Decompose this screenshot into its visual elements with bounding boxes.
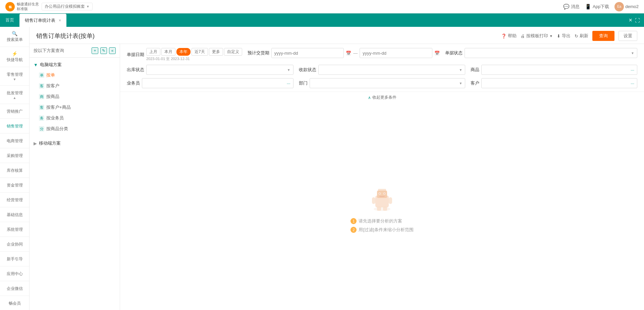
date-tags-row: 上月 本月 本年 近7天 更多 自定义: [146, 48, 242, 56]
filter-section: 单据日期 上月 本月 本年 近7天 更多 自定义 20: [120, 44, 644, 92]
tab-bar: 首页 销售订单统计表 × × ⛶: [0, 13, 644, 27]
ship-status-label: 出库状态: [127, 67, 144, 73]
collapse-scheme-button[interactable]: «: [109, 47, 116, 54]
help-label: 帮助: [508, 33, 517, 39]
salesman-input[interactable]: ···: [142, 78, 293, 88]
scheme-item-by-customer-product[interactable]: 客 按客户+商品: [30, 102, 120, 113]
product-input[interactable]: ···: [481, 65, 637, 75]
export-action[interactable]: ⬇ 导出: [557, 33, 571, 39]
sidebar-item-member[interactable]: 畅会员: [0, 296, 29, 310]
sidebar-item-quicknav[interactable]: ⚡ 快捷导航: [0, 47, 29, 67]
avatar: Ea: [614, 2, 624, 11]
query-button[interactable]: 查询: [592, 31, 614, 41]
print-action[interactable]: 🖨 按模板打印 ▼: [521, 33, 553, 39]
date-tag-more[interactable]: 更多: [209, 48, 223, 56]
scheme-group-mobile-title[interactable]: ▶ 移动端方案: [30, 138, 120, 148]
tip-1-text: 请先选择要分析的方案: [359, 218, 402, 224]
scheme-group-desktop-title[interactable]: ▼ 电脑端方案: [30, 60, 120, 70]
filter-row-3: 业务员 ··· 部门 ▼: [127, 78, 637, 88]
sidebar-item-enterprise[interactable]: 企业协同: [0, 237, 29, 252]
calendar-start-icon[interactable]: 📅: [346, 51, 351, 56]
status-label: 单据状态: [445, 50, 463, 56]
expected-date-start-input[interactable]: [271, 48, 344, 58]
tab-active-label: 销售订单统计表: [25, 17, 55, 23]
collect-status-select[interactable]: ▼: [318, 65, 466, 75]
sidebar-quicknav-label: 快捷导航: [0, 57, 29, 63]
scheme-item-by-category[interactable]: 分 按商品分类: [30, 123, 120, 134]
sidebar-item-wechat[interactable]: 企业微信: [0, 281, 29, 296]
scheme-item-by-order[interactable]: 单 按单: [30, 70, 120, 81]
refresh-action[interactable]: ↻ 刷新: [575, 33, 588, 39]
tip-2-num: 2: [351, 227, 357, 233]
date-tag-last-month[interactable]: 上月: [146, 48, 160, 56]
tab-sales-order[interactable]: 销售订单统计表 ×: [19, 14, 66, 27]
dept-select[interactable]: ▼: [310, 78, 466, 88]
logo-text: 畅捷通好生意 标准版: [17, 2, 39, 11]
sidebar-item-basic[interactable]: 基础信息: [0, 207, 29, 222]
user-label: demo2: [625, 4, 639, 9]
tab-home-label: 首页: [5, 17, 14, 23]
sidebar-item-sales[interactable]: 销售管理: [0, 119, 29, 134]
sidebar-item-finance[interactable]: 资金管理: [0, 178, 29, 193]
app-download-action[interactable]: 📱 App下载: [585, 4, 609, 10]
sidebar-item-system[interactable]: 系统管理: [0, 222, 29, 237]
salesman-ellipsis-icon[interactable]: ···: [287, 81, 290, 86]
ship-status-select[interactable]: ▼: [146, 65, 293, 75]
scheme-item-by-category-icon: 分: [39, 126, 44, 132]
app-icon: 📱: [585, 4, 591, 10]
tab-maximize-icon[interactable]: ⛶: [635, 17, 640, 23]
print-arrow-icon: ▼: [549, 34, 553, 38]
sidebar-item-inventory[interactable]: 库存核算: [0, 163, 29, 178]
filter-collect-section: 收款状态 ▼: [299, 65, 466, 75]
filter-ship-section: 出库状态 ▼: [127, 65, 293, 75]
sidebar-item-retail[interactable]: 零售管理 ▼: [0, 67, 29, 86]
settings-button[interactable]: 设置: [619, 31, 637, 41]
product-ellipsis-icon[interactable]: ···: [631, 67, 634, 72]
sidebar-item-newbie[interactable]: 新手引导: [0, 252, 29, 266]
help-action[interactable]: ❓ 帮助: [501, 33, 517, 39]
sidebar-item-appcenter[interactable]: 应用中心: [0, 266, 29, 281]
salesman-label: 业务员: [127, 80, 140, 86]
message-action[interactable]: 💬 消息: [563, 4, 580, 10]
svg-point-7: [379, 193, 380, 194]
status-select[interactable]: ▼: [465, 48, 637, 58]
scheme-item-by-customer[interactable]: 客 按客户: [30, 81, 120, 91]
sidebar-item-purchase[interactable]: 采购管理: [0, 148, 29, 163]
calendar-end-icon[interactable]: 📅: [434, 51, 440, 56]
tab-bar-actions: × ⛶: [629, 17, 644, 24]
scheme-header-title: 按以下方案查询: [34, 48, 90, 54]
sidebar-item-wholesale[interactable]: 批发管理 ▲: [0, 86, 29, 104]
sidebar-item-marketing[interactable]: 营销推广: [0, 104, 29, 119]
tab-home[interactable]: 首页: [0, 13, 19, 27]
logo-area: 畅 畅捷通好生意 标准版: [5, 2, 39, 11]
message-icon: 💬: [563, 4, 570, 10]
status-select-arrow-icon: ▼: [631, 51, 634, 55]
sidebar-item-operations[interactable]: 经营管理: [0, 193, 29, 207]
tab-minimize-icon[interactable]: ×: [629, 17, 632, 24]
scheme-item-by-salesman[interactable]: 务 按业务员: [30, 113, 120, 123]
date-tag-custom[interactable]: 自定义: [224, 48, 242, 56]
sidebar-search-label: 搜索菜单: [0, 37, 29, 43]
expected-date-end-input[interactable]: [360, 48, 432, 58]
tab-close-button[interactable]: ×: [59, 18, 61, 23]
date-tag-this-month[interactable]: 本月: [161, 48, 175, 56]
dept-arrow-icon: ▼: [459, 82, 462, 85]
add-scheme-button[interactable]: +: [92, 47, 98, 54]
user-action[interactable]: Ea demo2: [614, 2, 639, 11]
collapse-label: 收起更多条件: [372, 95, 396, 100]
date-tag-7days[interactable]: 近7天: [192, 48, 208, 56]
workspace-selector[interactable]: 办公用品行业模拟账套 ▼: [42, 3, 93, 10]
date-tag-this-year[interactable]: 本年: [176, 48, 191, 56]
scheme-item-by-product[interactable]: 商 按商品: [30, 91, 120, 102]
customer-ellipsis-icon[interactable]: ···: [631, 81, 634, 86]
sidebar-item-ecommerce[interactable]: 电商管理: [0, 134, 29, 148]
date-sep: —: [353, 51, 358, 56]
scheme-header-icons: + ✎ «: [92, 47, 116, 54]
customer-input[interactable]: ···: [481, 78, 637, 88]
collapse-bar[interactable]: ∧ 收起更多条件: [120, 92, 644, 103]
edit-scheme-button[interactable]: ✎: [100, 47, 107, 54]
filter-dept-section: 部门 ▼: [299, 78, 466, 88]
print-icon: 🖨: [521, 34, 525, 39]
workspace-label: 办公用品行业模拟账套: [45, 4, 85, 9]
sidebar-item-search[interactable]: 🔍 搜索菜单: [0, 27, 29, 47]
